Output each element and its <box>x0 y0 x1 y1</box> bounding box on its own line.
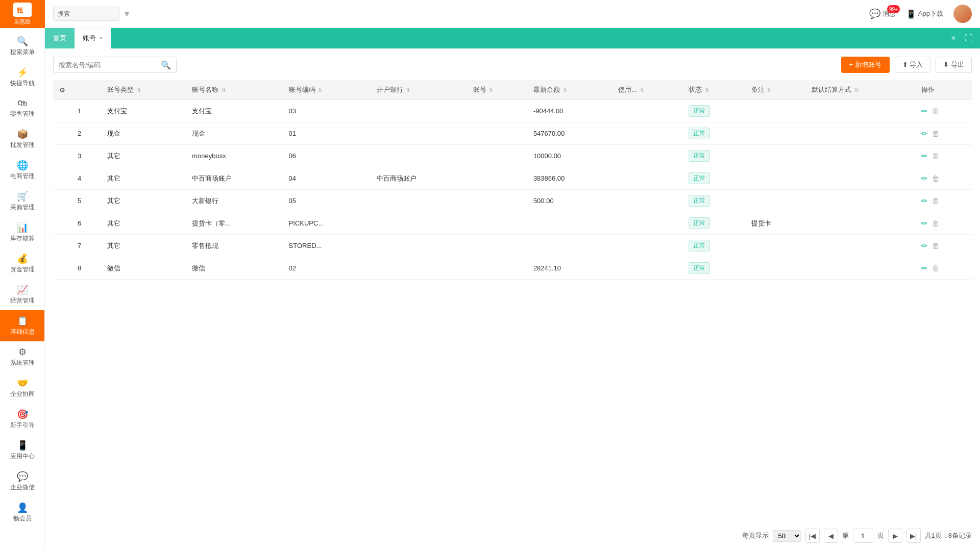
per-page-label: 每页显示 <box>742 531 769 540</box>
sidebar-item-wechat-work[interactable]: 💬 企业微信 <box>0 466 44 497</box>
table-row: 3 其它 moneybosx 06 10000.00 正常 ✏ 🗑 <box>53 145 972 167</box>
cell-code: PICKUPC... <box>283 212 371 235</box>
cell-default-payment <box>805 100 915 122</box>
finance-icon: 💰 <box>17 253 28 264</box>
sidebar-item-wholesale[interactable]: 📦 批发管理 <box>0 123 44 155</box>
topbar-dropdown-icon[interactable]: ▾ <box>125 8 129 19</box>
sidebar-item-guide[interactable]: 🎯 新手引导 <box>0 404 44 435</box>
delete-button[interactable]: 🗑 <box>932 196 940 206</box>
sidebar-item-purchase[interactable]: 🛒 采购管理 <box>0 186 44 217</box>
home-tab-label: 首页 <box>53 34 66 43</box>
sidebar-item-finance[interactable]: 💰 资金管理 <box>0 248 44 279</box>
delete-button[interactable]: 🗑 <box>932 174 940 183</box>
enterprise-icon: 🤝 <box>17 378 28 389</box>
cell-default-payment <box>805 235 915 257</box>
edit-button[interactable]: ✏ <box>921 129 928 138</box>
delete-button[interactable]: 🗑 <box>932 152 940 161</box>
edit-button[interactable]: ✏ <box>921 107 928 116</box>
pagination: 每页显示 50 100 200 |◀ ◀ 第 页 ▶ ▶| 共1页，8条记录 <box>53 521 972 543</box>
col-status[interactable]: 状态 ⇅ <box>682 80 745 100</box>
export-button[interactable]: ⬇ 导出 <box>936 57 972 73</box>
cell-status: 正常 <box>682 167 745 190</box>
col-default-payment[interactable]: 默认结算方式 ⇅ <box>805 80 915 100</box>
cell-status: 正常 <box>682 100 745 122</box>
col-settings[interactable]: ⚙ <box>53 80 71 100</box>
col-account-code[interactable]: 账号编码 ⇅ <box>283 80 371 100</box>
cell-account-no <box>467 235 527 257</box>
sidebar-item-basic-info[interactable]: 📋 基础信息 <box>0 310 44 341</box>
delete-button[interactable]: 🗑 <box>932 129 940 138</box>
sidebar-item-system[interactable]: ⚙ 系统管理 <box>0 341 44 372</box>
sidebar-item-enterprise[interactable]: 🤝 企业协同 <box>0 372 44 404</box>
tab-close-icon[interactable]: × <box>99 35 103 42</box>
tabbar-close-btn[interactable]: × <box>946 31 961 45</box>
app-download-button[interactable]: 📱 App下载 <box>906 9 943 19</box>
col-account-no[interactable]: 账号 ⇅ <box>467 80 527 100</box>
table-row: 5 其它 大新银行 05 500.00 正常 ✏ 🗑 <box>53 190 972 212</box>
cell-usage <box>612 212 682 235</box>
search-button[interactable]: 🔍 <box>156 60 176 70</box>
edit-button[interactable]: ✏ <box>921 152 928 161</box>
edit-button[interactable]: ✏ <box>921 196 928 206</box>
cell-name: moneybosx <box>186 145 282 167</box>
cell-type: 其它 <box>101 167 186 190</box>
cell-status: 正常 <box>682 122 745 145</box>
first-page-btn[interactable]: |◀ <box>805 529 820 543</box>
cell-remark <box>745 257 805 280</box>
sidebar-item-member[interactable]: 👤 畅会员 <box>0 497 44 528</box>
topbar-search-input[interactable] <box>53 7 119 21</box>
edit-button[interactable]: ✏ <box>921 174 928 183</box>
topbar-right: 💬 消息 99+ 📱 App下载 <box>869 5 972 23</box>
status-badge: 正常 <box>689 262 710 274</box>
delete-button[interactable]: 🗑 <box>932 219 940 228</box>
edit-button[interactable]: ✏ <box>921 241 928 251</box>
col-usage[interactable]: 使用... ⇅ <box>612 80 682 100</box>
avatar[interactable] <box>953 5 972 23</box>
sidebar-item-inventory[interactable]: 📊 库存核算 <box>0 217 44 248</box>
tab-account[interactable]: 账号 × <box>75 28 111 48</box>
messages-button[interactable]: 💬 消息 99+ <box>869 8 896 19</box>
cell-actions: ✏ 🗑 <box>915 167 972 190</box>
cell-code: 03 <box>283 100 371 122</box>
col-account-name[interactable]: 账号名称 ⇅ <box>186 80 282 100</box>
table-row: 8 微信 微信 02 28241.10 正常 ✏ 🗑 <box>53 257 972 280</box>
cell-code: STORED... <box>283 235 371 257</box>
sidebar-item-app-center[interactable]: 📱 应用中心 <box>0 435 44 466</box>
per-page-select[interactable]: 50 100 200 <box>773 530 801 542</box>
col-remark[interactable]: 备注 ⇅ <box>745 80 805 100</box>
add-account-button[interactable]: + 新增账号 <box>841 57 890 73</box>
sidebar-item-search-menu[interactable]: 🔍 搜索菜单 <box>0 31 44 62</box>
sidebar-item-shortcuts[interactable]: ⚡ 快捷导航 <box>0 62 44 93</box>
next-page-btn[interactable]: ▶ <box>888 529 902 543</box>
sidebar-item-retail[interactable]: 🛍 零售管理 <box>0 93 44 123</box>
col-row-num <box>71 80 101 100</box>
edit-button[interactable]: ✏ <box>921 219 928 228</box>
edit-button[interactable]: ✏ <box>921 264 928 273</box>
prev-page-btn[interactable]: ◀ <box>824 529 838 543</box>
topbar: ▾ 💬 消息 99+ 📱 App下载 <box>45 0 980 28</box>
search-menu-icon: 🔍 <box>17 36 28 47</box>
cell-status: 正常 <box>682 235 745 257</box>
cell-bank <box>371 122 467 145</box>
col-balance[interactable]: 最新余额 ⇅ <box>527 80 612 100</box>
delete-button[interactable]: 🗑 <box>932 264 940 273</box>
col-account-type[interactable]: 账号类型 ⇅ <box>101 80 186 100</box>
delete-button[interactable]: 🗑 <box>932 241 940 251</box>
last-page-btn[interactable]: ▶| <box>906 529 921 543</box>
sidebar-item-ecommerce[interactable]: 🌐 电商管理 <box>0 155 44 186</box>
page-input[interactable] <box>853 529 873 543</box>
import-button[interactable]: ⬆ 导入 <box>895 57 931 73</box>
delete-button[interactable]: 🗑 <box>932 107 940 116</box>
search-input[interactable] <box>54 61 156 69</box>
cell-remark <box>745 100 805 122</box>
tab-home[interactable]: 首页 <box>45 28 75 48</box>
cell-num: 6 <box>71 212 101 235</box>
tabbar-expand-btn[interactable]: ⛶ <box>962 31 976 45</box>
sidebar-item-label: 库存核算 <box>10 234 35 243</box>
sidebar-item-operations[interactable]: 📈 经营管理 <box>0 279 44 310</box>
sidebar-item-label: 电商管理 <box>10 172 35 181</box>
sidebar-item-label: 资金管理 <box>10 265 35 274</box>
col-bank[interactable]: 开户银行 ⇅ <box>371 80 467 100</box>
cell-type: 其它 <box>101 190 186 212</box>
message-icon: 💬 <box>869 8 880 19</box>
